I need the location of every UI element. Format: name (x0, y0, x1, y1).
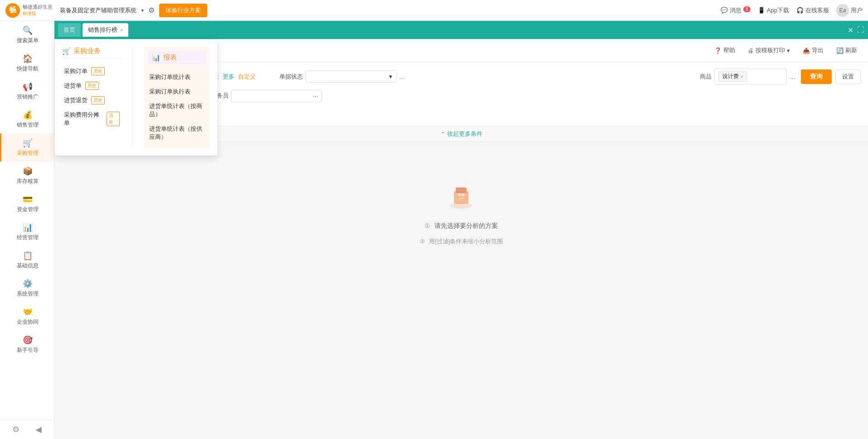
system-name: 装备及固定资产辅助管理系统 (60, 6, 137, 15)
sidebar: 🔍 搜索菜单 🏠 快捷导航 📢 营销推广 💰 销售管理 🛒 采购管理 📦 库存核… (0, 21, 54, 439)
online-service-item[interactable]: 🎧 在线客服 (796, 6, 829, 15)
tab-bar-right: ✕ ⛶ (848, 26, 864, 35)
shortcut-more[interactable]: 更多 (223, 73, 234, 81)
tab-sales-ranking[interactable]: 销售排行榜 × (83, 23, 128, 37)
operations-icon: 📊 (23, 222, 33, 232)
sidebar-item-sales[interactable]: 💰 销售管理 (0, 105, 54, 133)
voucher-status-label: 单据状态 (279, 73, 303, 81)
guide-icon: 🎯 (23, 335, 33, 345)
menu-item-inbound-stats-goods[interactable]: 进货单统计表（按商品） (147, 99, 207, 122)
tab-home[interactable]: 首页 (58, 23, 81, 37)
menu-item-inbound-stats-supplier[interactable]: 进货单统计表（按供应商） (147, 122, 207, 144)
goods-tag-close[interactable]: × (741, 74, 743, 79)
header-center: 装备及固定资产辅助管理系统 ▾ ⚙ 体验行业方案 (60, 4, 721, 17)
top-header: 畅 畅捷通好生意 标准版 装备及固定资产辅助管理系统 ▾ ⚙ 体验行业方案 💬 … (0, 0, 868, 21)
salesperson-select[interactable]: ··· (231, 90, 322, 102)
shortcut-custom[interactable]: 自定义 (238, 73, 256, 81)
purchase-dropdown-menu: 🛒 采购业务 采购订单 历史 进货单 历史 进货退货 历史 采购费用分摊单 历史… (54, 39, 218, 156)
svg-point-4 (462, 193, 464, 196)
message-icon: 💬 (721, 7, 728, 14)
tab-close-window-icon[interactable]: ✕ (848, 26, 853, 35)
sidebar-item-system[interactable]: ⚙️ 系统管理 (0, 274, 54, 302)
menu-item-cost-split[interactable]: 采购费用分摊单 历史 (62, 108, 122, 130)
empty-hint-2: ② 用[过滤]条件来缩小分析范围 (419, 237, 503, 246)
industry-button[interactable]: 体验行业方案 (159, 4, 207, 17)
logo-name: 畅捷通好生意 (23, 4, 53, 10)
export-button[interactable]: 📤 导出 (799, 44, 827, 56)
empty-state: ① 请先选择要分析的方案 ② 用[过滤]条件来缩小分析范围 (54, 142, 868, 282)
logo-icon: 畅 (5, 3, 20, 18)
sidebar-item-marketing[interactable]: 📢 营销推广 (0, 77, 54, 105)
tab-bar: 首页 销售排行榜 × ✕ ⛶ (54, 21, 868, 39)
app-download-item[interactable]: 📱 App下载 (758, 6, 789, 15)
empty-illustration (443, 178, 479, 215)
menu-item-purchase-order[interactable]: 采购订单 历史 (62, 64, 122, 79)
report-column-icon: 📊 (152, 54, 161, 62)
collapse-up-icon: ⌃ (440, 131, 445, 138)
chevron-down-icon: ▾ (389, 73, 392, 80)
collapse-button[interactable]: ⌃ 收起更多条件 (440, 130, 483, 138)
tab-close-icon[interactable]: × (120, 27, 123, 33)
report-column: 📊 报表 采购订单统计表 采购订单执行表 进货单统计表（按商品） 进货单统计表（… (144, 47, 210, 148)
menu-item-purchase-order-exec[interactable]: 采购订单执行表 (147, 84, 207, 99)
search-icon: 🔍 (23, 25, 33, 35)
history-badge-3: 历史 (107, 112, 120, 126)
refresh-button[interactable]: 🔄 刷新 (833, 44, 861, 56)
headset-icon: 🎧 (796, 7, 804, 14)
menu-item-inbound[interactable]: 进货单 历史 (62, 79, 122, 93)
system-icon: ⚙️ (23, 279, 33, 289)
tab-maximize-icon[interactable]: ⛶ (857, 26, 864, 34)
sidebar-item-search[interactable]: 🔍 搜索菜单 (0, 21, 54, 49)
goods-ellipsis[interactable]: ... (790, 73, 795, 81)
goods-tag: 设计费 × (718, 71, 747, 82)
sidebar-item-basic-info[interactable]: 📋 基础信息 (0, 246, 54, 274)
sidebar-item-finance[interactable]: 💳 资金管理 (0, 190, 54, 218)
message-badge: 5 (743, 6, 751, 12)
system-dropdown-icon[interactable]: ▾ (141, 7, 144, 14)
sidebar-item-guide[interactable]: 🎯 新手引导 (0, 330, 54, 359)
settings-bottom-icon[interactable]: ⚙ (12, 424, 20, 434)
history-badge-1: 历史 (85, 82, 99, 90)
menu-item-return[interactable]: 进货退货 历史 (62, 93, 122, 108)
voucher-status-select[interactable]: ▾ (306, 70, 396, 83)
purchase-business-column: 🛒 采购业务 采购订单 历史 进货单 历史 进货退货 历史 采购费用分摊单 历史 (62, 47, 122, 148)
report-column-title: 📊 报表 (147, 50, 207, 64)
history-badge-2: 历史 (91, 96, 105, 104)
purchase-icon: 🛒 (23, 138, 33, 148)
purchase-column-icon: 🛒 (62, 47, 71, 55)
logo-edition: 标准版 (23, 10, 53, 17)
user-item[interactable]: Ea 用户 (836, 4, 863, 17)
print-icon: 🖨 (748, 47, 754, 54)
svg-rect-1 (454, 191, 468, 204)
salesperson-ellipsis-dots: ··· (313, 93, 318, 99)
goods-select[interactable]: 设计费 × (714, 69, 787, 84)
goods-label: 商品 (700, 73, 712, 81)
purchase-column-title: 🛒 采购业务 (62, 47, 122, 59)
sales-icon: 💰 (23, 110, 33, 120)
header-right: 💬 消息 5 📱 App下载 🎧 在线客服 Ea 用户 (721, 4, 863, 17)
sidebar-item-inventory[interactable]: 📦 库存核算 (0, 162, 54, 190)
salesperson-filter: 业务员 ··· (211, 90, 322, 102)
help-button[interactable]: ❓ 帮助 (711, 44, 739, 56)
user-avatar: Ea (836, 4, 849, 17)
query-button[interactable]: 查询 (801, 69, 832, 84)
phone-icon: 📱 (758, 7, 765, 14)
sidebar-item-home[interactable]: 🏠 快捷导航 (0, 49, 54, 77)
settings-button[interactable]: 设置 (835, 69, 861, 84)
menu-item-purchase-order-stats[interactable]: 采购订单统计表 (147, 70, 207, 84)
print-button[interactable]: 🖨 按模板打印 ▾ (744, 44, 794, 56)
header-settings-icon[interactable]: ⚙ (148, 6, 155, 15)
voucher-status-ellipsis[interactable]: ... (399, 73, 405, 81)
home-icon: 🏠 (23, 54, 33, 64)
print-dropdown-icon: ▾ (787, 47, 790, 54)
message-item[interactable]: 💬 消息 5 (721, 6, 751, 15)
inventory-icon: 📦 (23, 166, 33, 176)
query-buttons: 查询 设置 (801, 69, 861, 84)
sidebar-item-purchase[interactable]: 🛒 采购管理 (0, 133, 54, 162)
sidebar-item-operations[interactable]: 📊 经营管理 (0, 218, 54, 246)
collapse-sidebar-icon[interactable]: ◀ (35, 424, 42, 434)
enterprise-icon: 🤝 (23, 307, 33, 317)
svg-rect-2 (456, 187, 467, 193)
sidebar-item-enterprise[interactable]: 🤝 企业协同 (0, 302, 54, 330)
logo-area: 畅 畅捷通好生意 标准版 (5, 3, 60, 18)
